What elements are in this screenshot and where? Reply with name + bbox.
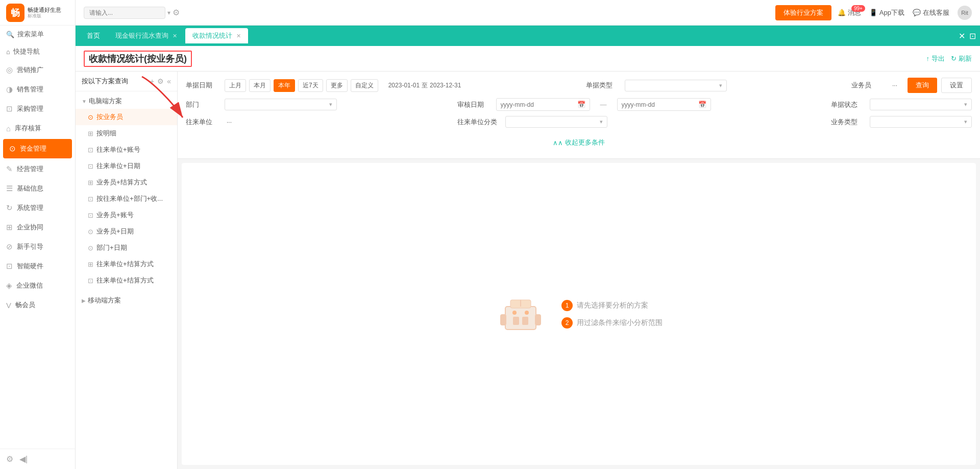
query-btn[interactable]: 查询: [908, 78, 937, 93]
scheme-item-partner-dept[interactable]: ⊡ 按往来单位+部门+收...: [76, 191, 177, 207]
more-date-btn[interactable]: 更多: [326, 79, 348, 92]
tab-receipt-close-icon[interactable]: ✕: [236, 33, 241, 39]
dept-arrow-icon: ▾: [329, 101, 332, 108]
page-title: 收款情况统计(按业务员): [84, 51, 192, 67]
audit-date-label: 审核日期: [457, 100, 488, 109]
scheme-item-dept-date[interactable]: ⊙ 部门+日期: [76, 240, 177, 256]
prev-month-btn[interactable]: 上月: [225, 79, 246, 92]
window-maximize-icon[interactable]: ⊡: [969, 31, 976, 41]
partner-settle2-icon: ⊡: [88, 277, 93, 285]
message-icon: 🔔: [838, 9, 846, 16]
empty-tips: 1 请先选择要分析的方案 2 用过滤条件来缩小分析范围: [561, 300, 663, 329]
app-download-action[interactable]: 📱 App下载: [869, 8, 904, 17]
date-quick-group: 上月 本月 本年 近7天 更多 自定义: [225, 79, 378, 92]
sidebar-logo: 畅 畅捷通好生意 标准版: [0, 0, 75, 26]
online-service-action[interactable]: 💬 在线客服: [913, 8, 949, 17]
window-close-icon[interactable]: ✕: [959, 31, 965, 41]
refresh-btn[interactable]: ↻ 刷新: [951, 54, 972, 63]
collapse-sidebar-icon[interactable]: ◀|: [19, 454, 28, 464]
salesperson-more-icon[interactable]: ···: [892, 82, 897, 89]
sidebar-item-sales[interactable]: ◑ 销售管理: [0, 80, 75, 99]
sidebar-item-enterprise[interactable]: ⊞ 企业协同: [0, 218, 75, 237]
add-scheme-icon[interactable]: +: [150, 77, 154, 85]
settings-bottom-icon[interactable]: ⚙: [6, 454, 13, 464]
scheme-item-partner-settle1[interactable]: ⊞ 往来单位+结算方式: [76, 256, 177, 272]
tab-receipt[interactable]: 收款情况统计 ✕: [185, 28, 248, 43]
header-gear-icon[interactable]: ⚙: [173, 8, 180, 17]
breadcrumb-dropdown-icon[interactable]: ▾: [167, 9, 170, 16]
last7-btn[interactable]: 近7天: [298, 79, 323, 92]
filter-settings-btn[interactable]: 设置: [941, 78, 972, 93]
sidebar-item-member[interactable]: V 畅会员: [0, 295, 75, 315]
this-year-btn[interactable]: 本年: [274, 79, 295, 92]
voucher-type-select[interactable]: ▾: [625, 80, 727, 91]
sidebar-search[interactable]: 🔍 搜索菜单: [0, 26, 75, 43]
filter-area: 单据日期 上月 本月 本年 近7天 更多 自定义 2023-01-01 至 20…: [178, 72, 980, 159]
breadcrumb-input[interactable]: [84, 7, 165, 19]
audit-date-start-input[interactable]: [501, 101, 577, 108]
page-header-actions: ↑ 导出 ↻ 刷新: [926, 54, 972, 63]
quick-nav[interactable]: ⌂ 快捷导航: [0, 43, 75, 60]
logo-icon: 畅: [6, 4, 24, 22]
sidebar-item-system[interactable]: ↻ 系统管理: [0, 198, 75, 218]
scheme-item-partner-date[interactable]: ⊡ 往来单位+日期: [76, 158, 177, 174]
desktop-scheme-group: ▼ 电脑端方案 ⊙ 按业务员 ⊞ 按明细 ⊡ 往来单位+账号 ⊡ 往来单位+: [76, 91, 177, 291]
sidebar-item-wechat[interactable]: ◈ 企业微信: [0, 276, 75, 295]
sidebar-item-purchase[interactable]: ⊡ 采购管理: [0, 99, 75, 119]
by-detail-icon: ⊞: [88, 130, 93, 137]
scheme-item-salesperson-method[interactable]: ⊞ 业务员+结算方式: [76, 174, 177, 191]
partner-category-select[interactable]: ▾: [505, 116, 607, 128]
scheme-item-by-salesperson[interactable]: ⊙ 按业务员: [76, 109, 177, 125]
scheme-item-partner-settle2[interactable]: ⊡ 往来单位+结算方式: [76, 272, 177, 289]
collapse-more-btn[interactable]: ∧∧ 收起更多条件: [191, 138, 967, 147]
sidebar-item-operation[interactable]: ✎ 经营管理: [0, 159, 75, 179]
sidebar-item-smart[interactable]: ⊡ 智能硬件: [0, 256, 75, 276]
collapse-panel-icon[interactable]: «: [167, 77, 171, 85]
tab-home[interactable]: 首页: [80, 28, 107, 43]
sidebar-item-label: 销售管理: [17, 85, 43, 94]
export-btn[interactable]: ↑ 导出: [926, 54, 945, 63]
business-type-label: 业务类型: [831, 118, 862, 127]
sidebar-item-guide[interactable]: ⊘ 新手引导: [0, 237, 75, 256]
empty-tip-2: 2 用过滤条件来缩小分析范围: [561, 317, 663, 329]
sidebar-item-label: 畅会员: [15, 300, 35, 310]
collapse-more-area: ∧∧ 收起更多条件: [186, 133, 972, 152]
sidebar-item-label: 新手引导: [17, 242, 43, 251]
online-service-label: 在线客服: [923, 8, 949, 17]
this-month-btn[interactable]: 本月: [249, 79, 271, 92]
mobile-group-title[interactable]: ▶ 移动端方案: [76, 293, 177, 308]
dept-select[interactable]: ▾: [225, 99, 337, 110]
business-type-select[interactable]: ▾: [870, 116, 972, 128]
audit-date-start[interactable]: 📅: [496, 98, 590, 111]
partner-more-icon[interactable]: ···: [227, 119, 232, 126]
scheme-item-salesperson-account[interactable]: ⊡ 业务员+账号: [76, 207, 177, 223]
dept-label: 部门: [186, 100, 216, 109]
scheme-settings-icon[interactable]: ⚙: [157, 77, 164, 85]
trial-btn[interactable]: 体验行业方案: [775, 5, 831, 20]
svg-point-6: [525, 311, 529, 315]
scheme-item-by-detail[interactable]: ⊞ 按明细: [76, 125, 177, 142]
sidebar-item-finance[interactable]: ⊙ 资金管理: [3, 139, 72, 158]
user-avatar[interactable]: Rit: [958, 6, 972, 20]
group-expand-icon: ▼: [82, 99, 87, 104]
audit-date-end[interactable]: 📅: [617, 98, 711, 111]
svg-point-5: [512, 311, 517, 315]
partner-account-icon: ⊡: [88, 146, 93, 154]
logo-text: 畅捷通好生意 标准版: [28, 6, 61, 19]
main-content: ▾ ⚙ 体验行业方案 🔔 消息 99+ 📱 App下载 💬 在线客服 Rit: [76, 0, 980, 469]
sidebar-item-inventory[interactable]: ⌂ 库存核算: [0, 119, 75, 138]
tab-bank-close-icon[interactable]: ✕: [173, 33, 177, 39]
custom-date-btn[interactable]: 自定义: [351, 79, 378, 92]
sidebar-item-marketing[interactable]: ◎ 营销推广: [0, 60, 75, 80]
voucher-status-select[interactable]: ▾: [870, 99, 972, 110]
sidebar-item-basic[interactable]: ☰ 基础信息: [0, 179, 75, 198]
tab-bank[interactable]: 现金银行流水查询 ✕: [108, 28, 184, 43]
audit-date-end-input[interactable]: [622, 101, 698, 108]
desktop-group-title[interactable]: ▼ 电脑端方案: [76, 93, 177, 109]
content-area: 按以下方案查询 + ⚙ « ▼ 电脑端方案 ⊙ 按业务员 ⊞: [76, 72, 980, 469]
scheme-item-salesperson-date[interactable]: ⊙ 业务员+日期: [76, 223, 177, 240]
scheme-item-partner-account[interactable]: ⊡ 往来单位+账号: [76, 142, 177, 158]
message-action[interactable]: 🔔 消息 99+: [838, 8, 861, 17]
purchase-icon: ⊡: [6, 104, 13, 113]
online-service-icon: 💬: [913, 9, 921, 16]
